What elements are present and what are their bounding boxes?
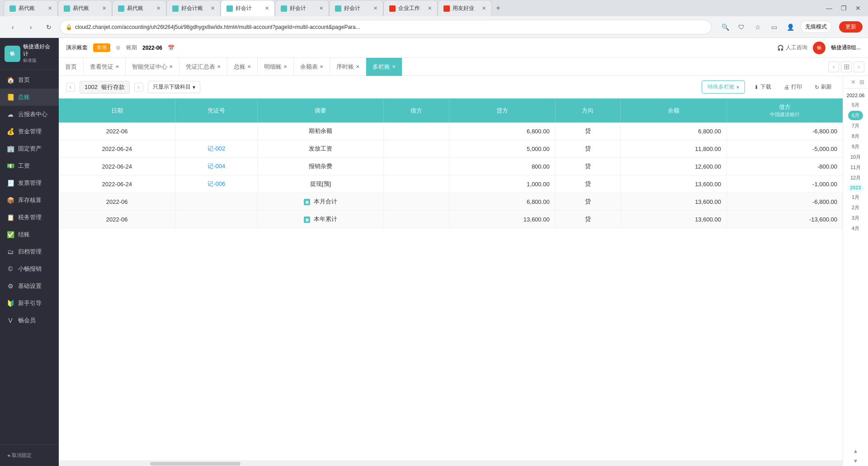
panel-month-12[interactable]: 12月 [850,173,861,183]
cell-voucher-3[interactable]: 记-006 [175,175,257,193]
tab-view-voucher[interactable]: 查看凭证 ✕ [84,58,126,76]
settings-gear-icon[interactable]: ⚙ [116,45,121,51]
close-right-panel-button[interactable]: ✕ [849,78,858,86]
filter-dropdown[interactable]: 只显示下级科目 ▾ [148,81,200,93]
sidebar-item-guide[interactable]: 🔰 新手引导 [0,295,59,312]
sidebar-item-reports[interactable]: ☁ 云报表中心 [0,106,59,123]
tab-collapse-right-button[interactable]: › [854,61,864,72]
calendar-icon[interactable]: 📅 [168,45,175,51]
sidebar-item-invoice[interactable]: 🧾 发票管理 [0,174,59,192]
panel-month-2023-4[interactable]: 4月 [852,224,859,233]
tab-collapse-left-button[interactable]: ‹ [828,61,839,72]
star-icon[interactable]: ☆ [751,21,764,33]
sidebar-item-tax[interactable]: 📋 税务管理 [0,209,59,226]
sidebar-item-capital[interactable]: 💰 资金管理 [0,123,59,140]
panel-month-6[interactable]: 6月 [848,111,863,120]
tab-sequence-ledger[interactable]: 序时账 ✕ [330,58,366,76]
refresh-button[interactable]: ↻ 刷新 [811,81,835,93]
cancel-fixed-button[interactable]: ◂ 取消固定 [5,449,54,461]
download-button[interactable]: ⬇ 下载 [750,81,775,93]
cell-voucher-2[interactable]: 记-004 [175,158,257,175]
tab-smart-voucher[interactable]: 智能凭证中心 ✕ [126,58,179,76]
tab-smart-voucher-close[interactable]: ✕ [169,64,173,69]
address-field[interactable]: 🔒 cloud2.chanjet.com/accounting/uh26t264… [60,20,712,34]
panel-scroll-up-button[interactable]: ▲ [843,446,868,456]
cell-voucher-1[interactable]: 记-002 [175,140,257,158]
panel-scroll-down-button[interactable]: ▼ [843,456,868,466]
tab-voucher-summary[interactable]: 凭证汇总表 ✕ [179,58,227,76]
account-selector[interactable]: 1002 银行存款 [80,81,130,94]
close-window-button[interactable]: ✕ [852,2,864,14]
sidebar-item-expense[interactable]: © 小畅报销 [0,260,59,278]
sidebar-item-archive[interactable]: 🗂 归档管理 [0,243,59,260]
tab-home[interactable]: 首页 [59,58,84,76]
sidebar-item-closing[interactable]: ✅ 结账 [0,226,59,243]
update-button[interactable]: 更新 [839,21,863,33]
tab-close-4[interactable]: ✕ [211,5,215,11]
collapse-panel-button[interactable]: ⊞ [841,61,852,72]
tab-close-8[interactable]: ✕ [428,5,432,11]
panel-month-2023-2[interactable]: 2月 [852,203,859,212]
browser-tab-7[interactable]: 好会计 ✕ [329,0,383,16]
sidebar-item-assets[interactable]: 🏢 固定资产 [0,140,59,157]
panel-month-2023-3[interactable]: 3月 [852,213,859,223]
tab-close-9[interactable]: ✕ [482,5,486,11]
forward-button[interactable]: › [24,20,38,34]
new-tab-button[interactable]: + [492,2,505,14]
horizontal-scrollbar[interactable] [59,461,843,466]
reload-button[interactable]: ↻ [42,20,56,34]
browser-tab-2[interactable]: 易代账 ✕ [58,0,112,16]
tab-close-1[interactable]: ✕ [48,5,52,11]
tab-sequence-ledger-close[interactable]: ✕ [356,64,359,69]
back-button[interactable]: ‹ [5,20,20,34]
panel-month-9[interactable]: 9月 [852,142,859,151]
sidebar-panel-icon[interactable]: ▭ [768,21,780,33]
restore-button[interactable]: ❐ [837,2,850,14]
tab-balance-close[interactable]: ✕ [320,64,323,69]
account-prev-button[interactable]: ‹ [66,83,75,92]
tab-general-ledger-close[interactable]: ✕ [247,64,251,69]
minimize-button[interactable]: — [823,2,835,14]
browser-tab-1[interactable]: 易代账 ✕ [4,0,58,16]
tab-detail-ledger-close[interactable]: ✕ [283,64,287,69]
tab-general-ledger[interactable]: 总账 ✕ [227,58,258,76]
browser-tab-8[interactable]: 企业工作 ✕ [383,0,438,16]
tab-detail-ledger[interactable]: 明细账 ✕ [258,58,294,76]
panel-month-2023-1[interactable]: 1月 [852,193,859,202]
sidebar-item-ledger[interactable]: 📒 总账 [0,89,59,106]
tab-close-3[interactable]: ✕ [156,5,160,11]
sidebar-item-home[interactable]: 🏠 首页 [0,71,59,89]
tab-view-voucher-close[interactable]: ✕ [115,64,119,69]
tab-balance[interactable]: 余额表 ✕ [294,58,330,76]
tab-close-2[interactable]: ✕ [102,5,106,11]
tab-multi-column[interactable]: 多栏账 ✕ [366,58,402,76]
shield-icon[interactable]: 🛡 [735,21,748,33]
panel-month-7[interactable]: 7月 [852,121,859,131]
panel-month-5[interactable]: 5月 [852,100,859,110]
tab-multi-column-close[interactable]: ✕ [392,64,396,69]
browser-tab-5[interactable]: 好会计 ✕ [221,0,275,16]
sidebar-item-inventory[interactable]: 📦 库存核算 [0,192,59,209]
search-icon[interactable]: 🔍 [719,21,731,33]
browser-tab-3[interactable]: 易代账 ✕ [112,0,166,16]
profile-icon[interactable]: 👤 [784,21,797,33]
browser-tab-4[interactable]: 好会计账 ✕ [166,0,221,16]
scroll-thumb[interactable] [150,462,241,466]
special-multi-button[interactable]: 特殊多栏账 ▾ [702,80,745,94]
sidebar-item-settings[interactable]: ⚙ 基础设置 [0,278,59,295]
panel-month-11[interactable]: 11月 [850,163,861,172]
consultation-button[interactable]: 🎧 人工咨询 [777,44,807,52]
expand-right-panel-button[interactable]: ⊞ [858,78,866,86]
tab-voucher-summary-close[interactable]: ✕ [217,64,221,69]
browser-tab-9[interactable]: 用友好业 ✕ [438,0,492,16]
account-next-button[interactable]: › [134,83,143,92]
browser-tab-6[interactable]: 好会计 ✕ [275,0,329,16]
tab-close-6[interactable]: ✕ [319,5,323,11]
sidebar-item-member[interactable]: V 畅会员 [0,312,59,329]
panel-month-8[interactable]: 8月 [852,132,859,141]
print-button[interactable]: 🖨 打印 [780,81,806,93]
panel-month-10[interactable]: 10月 [850,152,861,162]
tab-close-5[interactable]: ✕ [265,5,269,11]
tab-close-7[interactable]: ✕ [373,5,377,11]
sidebar-item-salary[interactable]: 💵 工资 [0,157,59,174]
